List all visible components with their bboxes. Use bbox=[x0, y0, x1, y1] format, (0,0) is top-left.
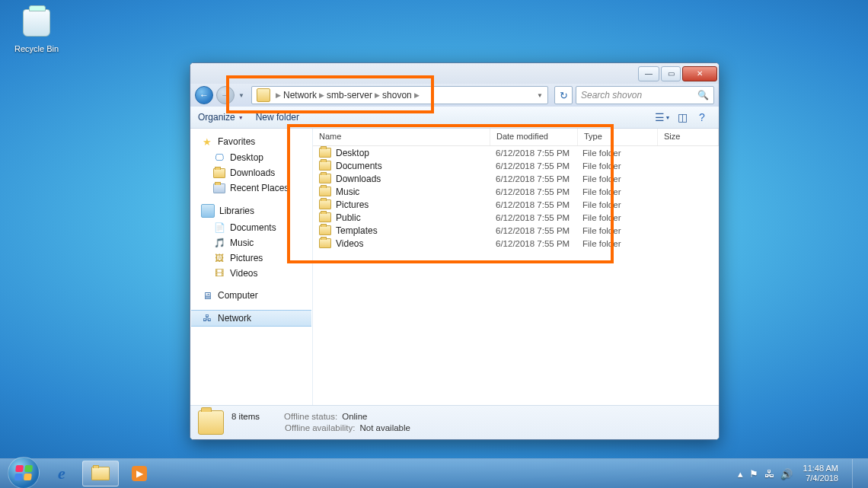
taskbar-button-ie[interactable]: e bbox=[44, 461, 79, 486]
start-button[interactable] bbox=[8, 457, 40, 488]
organize-menu[interactable]: Organize ▼ bbox=[198, 112, 244, 123]
chevron-right-icon: ▶ bbox=[375, 91, 380, 99]
music-icon: 🎵 bbox=[213, 237, 225, 249]
navigation-pane: ★ Favorites 🖵Desktop Downloads Recent Pl… bbox=[190, 129, 313, 407]
file-name: Desktop bbox=[336, 148, 369, 158]
ie-icon: e bbox=[58, 464, 65, 483]
file-name: Templates bbox=[336, 225, 378, 236]
sidebar-group-libraries[interactable]: Libraries bbox=[190, 202, 312, 220]
search-icon: 🔍 bbox=[697, 90, 709, 100]
folder-icon bbox=[319, 212, 331, 222]
windows-logo-icon bbox=[14, 465, 33, 480]
sidebar-item-network[interactable]: 🖧 Network bbox=[191, 310, 311, 327]
show-desktop-button[interactable] bbox=[852, 459, 862, 488]
file-date: 6/12/2018 7:55 PM bbox=[490, 161, 576, 171]
folder-icon bbox=[319, 174, 331, 183]
pictures-icon: 🖼 bbox=[213, 252, 225, 264]
window-maximize-button[interactable]: ▭ bbox=[661, 66, 681, 81]
file-type: File folder bbox=[576, 226, 656, 235]
volume-icon[interactable]: 🔊 bbox=[780, 468, 793, 480]
file-date: 6/12/2018 7:55 PM bbox=[490, 239, 576, 248]
search-input[interactable]: Search shovon 🔍 bbox=[576, 86, 714, 104]
file-date: 6/12/2018 7:55 PM bbox=[490, 226, 576, 235]
file-row[interactable]: Templates6/12/2018 7:55 PMFile folder bbox=[313, 224, 719, 237]
breadcrumb-smb-server[interactable]: smb-server bbox=[327, 90, 372, 100]
chevron-down-icon: ▼ bbox=[238, 115, 244, 120]
breadcrumb-shovon[interactable]: shovon bbox=[382, 90, 412, 100]
sidebar-item-downloads[interactable]: Downloads bbox=[190, 165, 312, 180]
folder-icon bbox=[319, 148, 331, 158]
sidebar-item-recent-places[interactable]: Recent Places bbox=[190, 180, 312, 196]
sidebar-item-videos[interactable]: 🎞Videos bbox=[190, 266, 312, 281]
status-item-count: 8 items bbox=[231, 411, 260, 423]
view-options-button[interactable]: ☰▼ bbox=[653, 109, 672, 126]
folder-icon bbox=[257, 88, 270, 102]
search-placeholder: Search shovon bbox=[581, 90, 642, 100]
organize-label: Organize bbox=[198, 112, 235, 123]
sidebar-item-desktop[interactable]: 🖵Desktop bbox=[190, 150, 312, 165]
sidebar-item-documents[interactable]: 📄Documents bbox=[190, 220, 312, 235]
taskbar: e ▶ ▴ ⚑ 🖧 🔊 11:48 AM 7/4/2018 bbox=[0, 458, 868, 488]
help-button[interactable]: ? bbox=[693, 109, 711, 126]
taskbar-clock[interactable]: 11:48 AM 7/4/2018 bbox=[803, 464, 838, 483]
file-type: File folder bbox=[576, 187, 656, 196]
column-header-date[interactable]: Date modified bbox=[490, 129, 578, 145]
column-header-size[interactable]: Size bbox=[658, 129, 719, 145]
sidebar-item-computer[interactable]: 🖥 Computer bbox=[190, 287, 312, 304]
new-folder-button[interactable]: New folder bbox=[256, 112, 299, 123]
window-close-button[interactable]: ✕ bbox=[682, 66, 717, 81]
file-list: Name Date modified Type Size Desktop6/12… bbox=[313, 129, 719, 407]
address-bar[interactable]: ▶ Network ▶ smb-server ▶ shovon ▶ ▼ bbox=[251, 86, 548, 104]
taskbar-button-media-player[interactable]: ▶ bbox=[122, 461, 157, 486]
file-type: File folder bbox=[576, 239, 656, 248]
computer-icon: 🖥 bbox=[201, 289, 213, 301]
navigation-bar: ← → ▼ ▶ Network ▶ smb-server ▶ shovon ▶ … bbox=[190, 84, 719, 107]
file-row[interactable]: Documents6/12/2018 7:55 PMFile folder bbox=[313, 159, 719, 172]
folder-icon bbox=[319, 225, 331, 235]
nav-forward-button[interactable]: → bbox=[216, 86, 235, 104]
recycle-bin-label: Recycle Bin bbox=[9, 44, 64, 53]
sidebar-item-pictures[interactable]: 🖼Pictures bbox=[190, 250, 312, 266]
media-player-icon: ▶ bbox=[132, 466, 147, 481]
file-date: 6/12/2018 7:55 PM bbox=[490, 148, 576, 158]
file-name: Documents bbox=[336, 161, 382, 171]
file-name: Videos bbox=[336, 238, 363, 249]
file-row[interactable]: Downloads6/12/2018 7:55 PMFile folder bbox=[313, 172, 719, 185]
file-row[interactable]: Videos6/12/2018 7:55 PMFile folder bbox=[313, 237, 719, 250]
address-dropdown[interactable]: ▼ bbox=[534, 92, 546, 99]
network-tray-icon[interactable]: 🖧 bbox=[764, 468, 774, 480]
file-name: Downloads bbox=[336, 174, 381, 184]
file-row[interactable]: Public6/12/2018 7:55 PMFile folder bbox=[313, 211, 719, 224]
window-minimize-button[interactable]: — bbox=[638, 66, 659, 81]
explorer-window: — ▭ ✕ ← → ▼ ▶ Network ▶ smb-server ▶ sho… bbox=[190, 62, 720, 440]
taskbar-button-explorer[interactable] bbox=[82, 461, 119, 486]
file-type: File folder bbox=[576, 161, 656, 171]
file-date: 6/12/2018 7:55 PM bbox=[490, 187, 576, 196]
chevron-right-icon: ▶ bbox=[276, 91, 281, 99]
network-icon: 🖧 bbox=[201, 312, 213, 324]
clock-time: 11:48 AM bbox=[803, 464, 838, 474]
file-name: Public bbox=[336, 212, 361, 223]
file-row[interactable]: Music6/12/2018 7:55 PMFile folder bbox=[313, 185, 719, 198]
star-icon: ★ bbox=[201, 136, 213, 148]
column-header-name[interactable]: Name bbox=[313, 129, 490, 145]
preview-pane-button[interactable]: ◫ bbox=[673, 109, 691, 126]
column-headers: Name Date modified Type Size bbox=[313, 129, 719, 146]
tray-chevron-icon[interactable]: ▴ bbox=[738, 468, 743, 480]
window-titlebar[interactable]: — ▭ ✕ bbox=[190, 63, 719, 84]
sidebar-item-music[interactable]: 🎵Music bbox=[190, 235, 312, 250]
column-header-type[interactable]: Type bbox=[578, 129, 658, 145]
refresh-button[interactable]: ↻ bbox=[554, 86, 573, 104]
action-center-icon[interactable]: ⚑ bbox=[749, 468, 758, 480]
nav-history-dropdown[interactable]: ▼ bbox=[238, 87, 245, 104]
file-row[interactable]: Pictures6/12/2018 7:55 PMFile folder bbox=[313, 198, 719, 211]
recent-icon bbox=[213, 182, 225, 194]
recycle-bin-icon bbox=[21, 9, 52, 43]
file-row[interactable]: Desktop6/12/2018 7:55 PMFile folder bbox=[313, 146, 719, 159]
sidebar-group-favorites[interactable]: ★ Favorites bbox=[190, 133, 312, 150]
nav-back-button[interactable]: ← bbox=[195, 86, 213, 104]
status-bar: 8 items Offline status:Online Offline av… bbox=[190, 405, 719, 439]
folder-icon bbox=[319, 199, 331, 209]
desktop-icon-recycle-bin[interactable]: Recycle Bin bbox=[9, 6, 64, 53]
breadcrumb-network[interactable]: Network bbox=[283, 90, 317, 100]
